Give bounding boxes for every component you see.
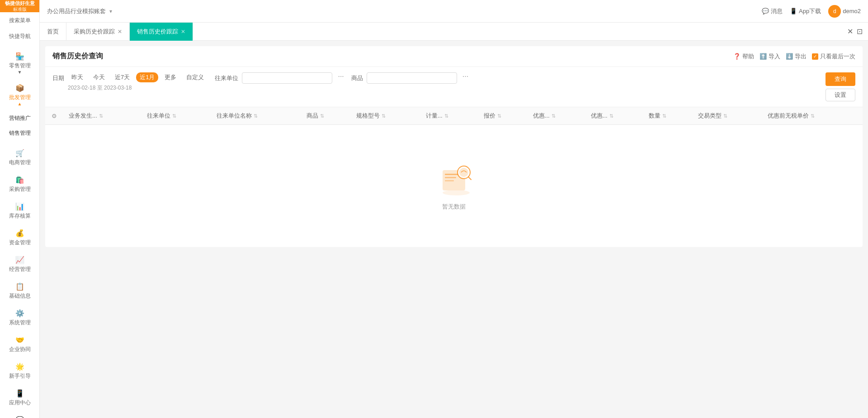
only-last-label: 只看最后一次 bbox=[820, 52, 855, 61]
tab-home[interactable]: 首页 bbox=[40, 23, 66, 41]
th-product[interactable]: 商品 ⇅ bbox=[301, 107, 350, 125]
product-more-icon[interactable]: ··· bbox=[462, 72, 468, 81]
sidebar-item-finance[interactable]: 💰 资金管理 bbox=[0, 224, 39, 251]
operations-icon: 📈 bbox=[15, 256, 24, 264]
wechat-icon: 💬 bbox=[15, 416, 24, 418]
th-discount2[interactable]: 优惠... ⇅ bbox=[585, 107, 643, 125]
sidebar-item-label-marketing: 营销推广 bbox=[9, 114, 31, 122]
sidebar-item-marketing[interactable]: 营销推广 bbox=[0, 111, 39, 126]
tab-maximize-btn[interactable]: ⊡ bbox=[857, 27, 863, 36]
date-btn-yesterday[interactable]: 昨天 bbox=[68, 72, 87, 82]
th-biz-date[interactable]: 业务发生... ⇅ bbox=[63, 107, 142, 125]
th-quantity[interactable]: 数量 ⇅ bbox=[643, 107, 693, 125]
sidebar-item-purchase[interactable]: 🛍️ 采购管理 bbox=[0, 171, 39, 198]
import-btn[interactable]: ⬆️ 导入 bbox=[760, 52, 780, 61]
message-btn[interactable]: 💬 消息 bbox=[762, 7, 783, 15]
export-icon: ⬇️ bbox=[786, 53, 793, 60]
import-icon: ⬆️ bbox=[760, 53, 767, 60]
page-title: 销售历史价查询 bbox=[52, 52, 103, 61]
th-partner-name-label: 往来单位名称 bbox=[217, 112, 252, 120]
wholesale-icon: 📦 bbox=[15, 84, 24, 92]
svg-rect-3 bbox=[445, 177, 456, 178]
user-avatar-btn[interactable]: d demo2 bbox=[828, 5, 861, 18]
date-btn-1month[interactable]: 近1月 bbox=[136, 72, 158, 82]
content-area: 销售历史价查询 ❓ 帮助 ⬆️ 导入 ⬇️ 导出 ✓ bbox=[40, 41, 868, 418]
sidebar-item-label-inventory: 库存核算 bbox=[9, 212, 31, 220]
sidebar-item-newbie[interactable]: 🌟 新手引导 bbox=[0, 358, 39, 385]
date-btn-today[interactable]: 今天 bbox=[90, 72, 108, 82]
settings-button[interactable]: 设置 bbox=[826, 89, 855, 101]
tab-close-all-btn[interactable]: ✕ bbox=[847, 27, 853, 36]
partner-more-icon[interactable]: ··· bbox=[338, 72, 344, 81]
sidebar-item-label-system: 系统管理 bbox=[9, 319, 31, 327]
th-unit[interactable]: 计量... ⇅ bbox=[420, 107, 478, 125]
app-download-btn[interactable]: 📱 App下载 bbox=[790, 7, 821, 15]
message-icon: 💬 bbox=[762, 8, 769, 14]
date-filter-label: 日期 bbox=[52, 72, 64, 82]
sidebar-logo: 畅捷信好生意 标准版 bbox=[0, 0, 39, 12]
tab-sales[interactable]: 销售历史价跟踪 ✕ bbox=[130, 23, 193, 41]
sort-discount1-icon: ⇅ bbox=[552, 113, 556, 119]
tab-home-label: 首页 bbox=[47, 28, 59, 36]
date-btn-more[interactable]: 更多 bbox=[161, 72, 180, 82]
date-btn-7days[interactable]: 近7天 bbox=[111, 72, 133, 82]
sidebar-item-wechat[interactable]: 💬 企业微信 bbox=[0, 411, 39, 418]
empty-state: 暂无数据 bbox=[45, 125, 863, 247]
company-dropdown-btn[interactable]: ▾ bbox=[109, 8, 112, 14]
tab-sales-label: 销售历史价跟踪 bbox=[137, 28, 178, 36]
sidebar: 畅捷信好生意 标准版 搜索菜单 快捷导航 🏪 零售管理 ▼ 📦 批发管理 ▲ 营… bbox=[0, 0, 40, 418]
th-settings[interactable]: ⚙ bbox=[45, 107, 63, 125]
basic-icon: 📋 bbox=[15, 282, 24, 291]
sort-discount2-icon: ⇅ bbox=[609, 113, 613, 119]
tab-purchase-label: 采购历史价跟踪 bbox=[74, 28, 115, 36]
sidebar-item-wholesale[interactable]: 📦 批发管理 ▲ bbox=[0, 79, 39, 111]
th-price[interactable]: 报价 ⇅ bbox=[478, 107, 528, 125]
sidebar-item-inventory[interactable]: 📊 库存核算 bbox=[0, 198, 39, 224]
message-label: 消息 bbox=[771, 7, 783, 15]
sort-partner-name-icon: ⇅ bbox=[254, 113, 258, 119]
avatar: d bbox=[828, 5, 841, 18]
th-partner-code[interactable]: 往来单位 ⇅ bbox=[142, 107, 211, 125]
top-header: 办公用品行业模拟账套 ▾ 💬 消息 📱 App下载 d demo2 bbox=[40, 0, 868, 23]
inventory-icon: 📊 bbox=[15, 202, 24, 211]
th-discount1[interactable]: 优惠... ⇅ bbox=[528, 107, 585, 125]
th-spec[interactable]: 规格型号 ⇅ bbox=[351, 107, 420, 125]
help-btn[interactable]: ❓ 帮助 bbox=[733, 52, 754, 61]
sidebar-item-ecommerce[interactable]: 🛒 电商管理 bbox=[0, 144, 39, 171]
sidebar-item-sales[interactable]: 销售管理 bbox=[0, 126, 39, 141]
sort-trade-type-icon: ⇅ bbox=[723, 113, 727, 119]
header-left: 办公用品行业模拟账套 ▾ bbox=[47, 7, 112, 15]
th-quantity-label: 数量 bbox=[649, 112, 660, 120]
help-label: 帮助 bbox=[742, 52, 754, 61]
tab-purchase-close[interactable]: ✕ bbox=[118, 28, 122, 35]
th-trade-type-label: 交易类型 bbox=[698, 112, 722, 120]
sort-biz-date-icon: ⇅ bbox=[99, 113, 103, 119]
sidebar-item-system[interactable]: ⚙️ 系统管理 bbox=[0, 304, 39, 331]
settings-gear-icon: ⚙ bbox=[52, 113, 57, 119]
product-filter-input[interactable] bbox=[367, 72, 457, 84]
system-icon: ⚙️ bbox=[15, 309, 24, 318]
th-no-tax-price[interactable]: 优惠前无税单价 ⇅ bbox=[762, 107, 863, 125]
th-trade-type[interactable]: 交易类型 ⇅ bbox=[693, 107, 762, 125]
sidebar-item-enterprise[interactable]: 🤝 企业协同 bbox=[0, 331, 39, 358]
export-btn[interactable]: ⬇️ 导出 bbox=[786, 52, 807, 61]
tab-purchase[interactable]: 采购历史价跟踪 ✕ bbox=[66, 23, 130, 41]
sidebar-item-retail[interactable]: 🏪 零售管理 ▼ bbox=[0, 48, 39, 79]
sidebar-item-operations[interactable]: 📈 经营管理 bbox=[0, 251, 39, 278]
sidebar-item-apps[interactable]: 📱 应用中心 bbox=[0, 385, 39, 411]
tab-sales-close[interactable]: ✕ bbox=[181, 28, 185, 35]
sidebar-item-basic[interactable]: 📋 基础信息 bbox=[0, 278, 39, 304]
apps-icon: 📱 bbox=[15, 389, 24, 398]
sidebar-nav[interactable]: 快捷导航 bbox=[0, 29, 39, 44]
date-btn-custom[interactable]: 自定义 bbox=[183, 72, 208, 82]
help-icon: ❓ bbox=[733, 53, 741, 60]
app-icon: 📱 bbox=[790, 8, 797, 14]
query-button[interactable]: 查询 bbox=[826, 72, 855, 86]
table-wrap: ⚙ 业务发生... ⇅ 往来单位 bbox=[45, 107, 863, 247]
empty-illustration bbox=[436, 161, 472, 197]
sidebar-search[interactable]: 搜索菜单 bbox=[0, 12, 39, 29]
only-last-checkbox[interactable]: ✓ 只看最后一次 bbox=[812, 52, 855, 61]
th-partner-name[interactable]: 往来单位名称 ⇅ bbox=[211, 107, 301, 125]
partner-filter-input[interactable] bbox=[242, 72, 332, 84]
sort-spec-icon: ⇅ bbox=[382, 113, 386, 119]
